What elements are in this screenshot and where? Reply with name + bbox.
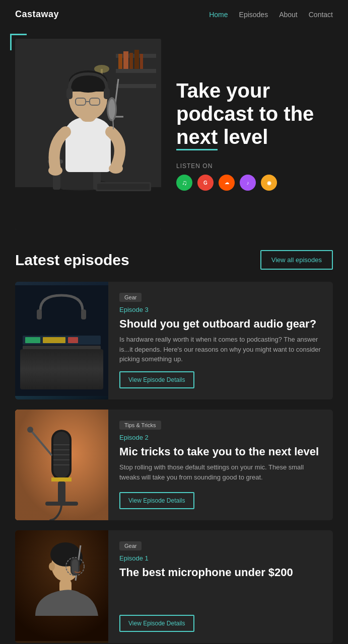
- episode-1-number: Episode 1: [119, 554, 322, 562]
- svg-rect-54: [78, 362, 83, 366]
- episode-2-thumbnail: [15, 410, 108, 520]
- svg-rect-19: [97, 184, 150, 190]
- episode-2-content: Tips & Tricks Episode 2 Mic tricks to ta…: [108, 410, 333, 520]
- navbar: Castaway Home Episodes About Contact: [0, 0, 348, 29]
- svg-point-87: [49, 562, 55, 571]
- episode-3-title: Should you get outboard audio gear?: [119, 317, 322, 331]
- svg-rect-44: [49, 351, 51, 376]
- episode-card-3: Gear Episode 3 Should you get outboard a…: [15, 282, 333, 399]
- mic-illustration: [15, 410, 108, 520]
- svg-rect-21: [65, 132, 111, 172]
- hero-image: [15, 39, 161, 230]
- svg-rect-32: [104, 88, 110, 99]
- svg-rect-8: [140, 54, 143, 69]
- person-mic-illustration: [15, 530, 108, 641]
- episode-1-thumbnail: [15, 530, 108, 643]
- view-all-episodes-button[interactable]: View all episodes: [260, 250, 333, 270]
- episode-1-desc: [119, 583, 322, 608]
- svg-rect-43: [39, 351, 41, 376]
- svg-rect-65: [25, 337, 40, 343]
- svg-rect-2: [116, 69, 156, 73]
- hero-title-line2: podcast to the: [176, 103, 314, 125]
- svg-point-81: [27, 427, 33, 433]
- spotify-icon[interactable]: ♫: [176, 175, 192, 191]
- svg-rect-51: [48, 356, 53, 360]
- svg-rect-11: [15, 187, 161, 230]
- svg-rect-46: [69, 351, 72, 376]
- hero-section: Take your podcast to the next level List…: [0, 29, 348, 250]
- svg-rect-62: [79, 380, 85, 384]
- svg-rect-6: [129, 53, 133, 69]
- rss-icon[interactable]: ◉: [261, 175, 277, 191]
- svg-rect-27: [69, 82, 107, 92]
- episode-2-desc: Stop rolling with those default settings…: [119, 462, 322, 485]
- svg-rect-49: [28, 358, 33, 362]
- svg-rect-61: [71, 380, 77, 384]
- episode-3-view-button[interactable]: View Episode Details: [119, 371, 194, 388]
- nav-links: Home Episodes About Contact: [209, 10, 333, 19]
- nav-about[interactable]: About: [279, 11, 298, 19]
- svg-rect-58: [45, 380, 51, 384]
- svg-rect-38: [37, 309, 42, 319]
- svg-rect-56: [28, 380, 34, 384]
- soundcloud-icon[interactable]: ☁: [219, 175, 235, 191]
- hero-title-line1: Take your: [176, 79, 270, 102]
- episode-3-thumbnail: [15, 282, 108, 399]
- episode-1-tag: Gear: [119, 541, 142, 550]
- nav-episodes[interactable]: Episodes: [239, 11, 268, 19]
- nav-contact[interactable]: Contact: [309, 11, 333, 19]
- svg-rect-60: [62, 380, 68, 384]
- episode-3-number: Episode 3: [119, 306, 322, 313]
- hero-image-wrap: [15, 39, 161, 230]
- svg-rect-39: [81, 309, 86, 319]
- hero-title-highlight: next: [176, 126, 218, 150]
- hero-text: Take your podcast to the next level List…: [176, 39, 333, 191]
- hero-illustration: [15, 39, 161, 230]
- episode-1-title: The best microphone under $200: [119, 566, 322, 579]
- platform-icons: ♫ G ☁ ♪ ◉: [176, 175, 333, 191]
- svg-rect-59: [53, 380, 59, 384]
- svg-rect-66: [43, 337, 65, 343]
- episode-3-content: Gear Episode 3 Should you get outboard a…: [108, 282, 333, 399]
- svg-rect-48: [90, 351, 92, 376]
- episode-1-view-button[interactable]: View Episode Details: [119, 615, 194, 632]
- episode-2-tag: Tips & Tricks: [119, 421, 161, 430]
- episode-2-title: Mic tricks to take you to the next level: [119, 445, 322, 458]
- episodes-section: Latest episodes View all episodes: [0, 250, 348, 644]
- svg-rect-50: [38, 363, 43, 367]
- episode-2-view-button[interactable]: View Episode Details: [119, 492, 194, 509]
- svg-rect-31: [66, 88, 73, 99]
- svg-rect-67: [68, 337, 78, 343]
- episodes-header: Latest episodes View all episodes: [15, 250, 333, 270]
- hero-title-bold: level: [223, 126, 268, 148]
- svg-rect-3: [116, 84, 156, 88]
- svg-rect-77: [51, 477, 72, 481]
- google-podcasts-icon[interactable]: G: [197, 175, 214, 191]
- site-logo: Castaway: [15, 9, 59, 20]
- episode-1-content: Gear Episode 1 The best microphone under…: [108, 530, 333, 643]
- mixer-illustration: [15, 285, 108, 396]
- episodes-section-title: Latest episodes: [15, 252, 129, 269]
- svg-rect-42: [29, 351, 31, 376]
- svg-rect-4: [118, 54, 122, 69]
- episode-card-1: Gear Episode 1 The best microphone under…: [15, 530, 333, 643]
- svg-rect-5: [123, 51, 128, 69]
- listen-on-label: Listen on: [176, 163, 333, 170]
- apple-podcasts-icon[interactable]: ♪: [240, 175, 256, 191]
- episode-card-2: Tips & Tricks Episode 2 Mic tricks to ta…: [15, 410, 333, 520]
- nav-home[interactable]: Home: [209, 11, 228, 19]
- svg-rect-57: [36, 380, 42, 384]
- svg-rect-78: [58, 481, 65, 504]
- svg-rect-40: [23, 346, 101, 386]
- svg-rect-53: [68, 360, 73, 364]
- svg-rect-55: [88, 358, 93, 362]
- svg-rect-47: [80, 351, 82, 376]
- svg-point-22: [48, 166, 62, 176]
- svg-rect-41: [23, 346, 101, 350]
- svg-rect-63: [88, 380, 94, 384]
- svg-rect-52: [58, 366, 63, 370]
- svg-point-23: [109, 164, 123, 174]
- hero-title: Take your podcast to the next level: [176, 79, 333, 148]
- svg-rect-7: [134, 50, 139, 69]
- episode-3-tag: Gear: [119, 293, 142, 302]
